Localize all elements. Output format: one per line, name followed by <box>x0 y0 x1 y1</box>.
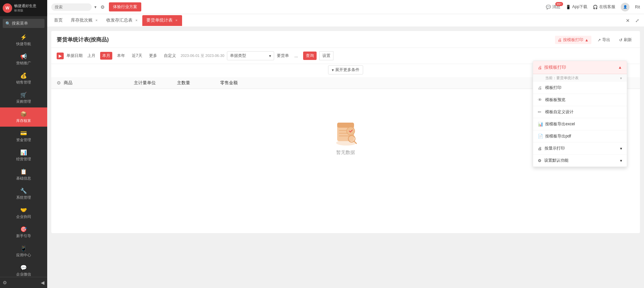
sidebar-item-guide[interactable]: 🎯 新手引导 <box>0 223 47 242</box>
header-settings-button[interactable]: ⚙ <box>99 3 106 11</box>
date-btn-more[interactable]: 更多 <box>147 52 159 60</box>
sidebar-footer: ⚙ ◀ <box>0 277 47 288</box>
print-template-arrow-up: ▲ <box>585 38 589 42</box>
tab-order-stats[interactable]: 要货单统计表 × <box>142 15 182 26</box>
online-service-item[interactable]: 🎧 在线客服 <box>593 4 615 10</box>
tab-order-stats-close[interactable]: × <box>175 18 178 22</box>
tab-collection-summary-close[interactable]: × <box>135 18 138 22</box>
sidebar-item-label: 经营管理 <box>16 157 31 162</box>
sidebar-item-label: 系统管理 <box>16 195 31 200</box>
window-buttons: ✕ ⤢ <box>624 17 641 24</box>
sidebar-item-system[interactable]: 🔧 系统管理 <box>0 184 47 203</box>
col-header-goods: 商品 <box>64 80 131 86</box>
search-icon: 🔍 <box>5 21 10 26</box>
dropdown-display-print[interactable]: 🖨 按显示打印 ▾ <box>533 142 627 155</box>
tab-inventory-batch[interactable]: 库存批次账 × <box>67 15 102 26</box>
sidebar-item-quick-nav[interactable]: ⚡ 快捷导航 <box>0 31 47 50</box>
date-btn-current-month[interactable]: 本月 <box>100 52 112 60</box>
export-button[interactable]: ↗ 导出 <box>595 36 613 44</box>
dropdown-collapse-button[interactable]: ▲ <box>618 65 622 70</box>
print-template-icon: 🖨 <box>558 38 562 42</box>
sidebar-item-marketing[interactable]: 📢 营销推广 <box>0 50 47 69</box>
expand-conditions-button[interactable]: ▾ 展开更多条件 <box>328 65 363 74</box>
sidebar-item-label: 库存核算 <box>16 118 31 123</box>
table-column-settings-button[interactable]: ⚙ <box>57 80 61 86</box>
dropdown-item-export-pdf[interactable]: 📄 按模板导出pdf <box>533 130 627 142</box>
search-menu-label: 搜索菜单 <box>12 21 28 26</box>
print-template-button[interactable]: 🖨 按模板打印 ▲ <box>555 36 591 44</box>
app-name: 畅捷通好生意 <box>14 3 36 8</box>
col-header-amount: 零售金额 <box>220 80 261 86</box>
sidebar-nav: ⚡ 快捷导航 📢 营销推广 💰 销售管理 🛒 采购管理 📦 库存核算 💳 资金管… <box>0 31 47 277</box>
trial-button[interactable]: 体验行业方案 <box>109 2 141 11</box>
app-center-icon: 📱 <box>20 245 27 252</box>
search-menu-button[interactable]: 🔍 搜索菜单 <box>3 19 45 28</box>
dropdown-item-export-excel[interactable]: 📊 按模板导出excel <box>533 118 627 130</box>
type-filter-select[interactable]: 单据类型 ▾ <box>227 51 274 60</box>
header-dropdown-button[interactable]: ▾ <box>94 5 96 9</box>
sidebar-collapse-button[interactable]: ◀ <box>41 280 45 285</box>
display-print-label: 按显示打印 <box>545 146 565 151</box>
settings-button[interactable]: 设置 <box>319 51 333 60</box>
refresh-label: 刷新 <box>624 37 632 43</box>
empty-illustration <box>329 116 362 150</box>
tab-bar: 首页 库存批次账 × 收发存汇总表 × 要货单统计表 × ✕ ⤢ <box>47 14 644 27</box>
sidebar-item-finance[interactable]: 💳 资金管理 <box>0 127 47 146</box>
set-default-icon: ⚙ <box>538 158 541 163</box>
svg-point-6 <box>347 127 355 135</box>
enterprise-icon: 🤝 <box>20 207 27 213</box>
window-close-button[interactable]: ✕ <box>624 17 632 24</box>
filter-toggle-button[interactable]: ▶ <box>57 53 64 59</box>
sidebar: W 畅捷通好生意 标准版 🔍 搜索菜单 ⚡ 快捷导航 📢 营销推广 💰 销售管理… <box>0 0 47 288</box>
sidebar-settings-button[interactable]: ⚙ <box>3 280 7 285</box>
date-filter-label: 单据日期 <box>66 53 83 59</box>
sidebar-item-enterprise[interactable]: 🤝 企业协同 <box>0 203 47 223</box>
refresh-button[interactable]: ↺ 刷新 <box>616 36 635 44</box>
notification-item[interactable]: 💬 消息 99+ <box>546 4 560 10</box>
tab-home[interactable]: 首页 <box>50 15 67 26</box>
dropdown-item-template-custom[interactable]: ✏ 模板自定义设计 <box>533 106 627 118</box>
date-btn-custom[interactable]: 自定义 <box>162 52 178 60</box>
display-print-arrow: ▾ <box>620 146 622 151</box>
user-avatar[interactable]: 👤 <box>621 3 630 11</box>
sidebar-item-app-center[interactable]: 📱 应用中心 <box>0 242 47 261</box>
tab-collection-summary[interactable]: 收发存汇总表 × <box>102 15 142 26</box>
sidebar-item-inventory[interactable]: 📦 库存核算 <box>0 107 47 127</box>
sidebar-search-area[interactable]: 🔍 搜索菜单 <box>0 16 47 31</box>
expand-icon: ▾ <box>332 68 334 72</box>
dropdown-set-default[interactable]: ⚙ 设置默认功能 ▾ <box>533 155 627 167</box>
tab-inventory-batch-close[interactable]: × <box>95 18 98 22</box>
app-download-icon: 📱 <box>566 5 571 9</box>
purchase-icon: 🛒 <box>20 92 27 98</box>
sidebar-item-basic[interactable]: 📋 基础信息 <box>0 165 47 184</box>
date-range-display: 2023-06-01 至 2023-06-30 <box>181 53 225 58</box>
dropdown-item-template-print[interactable]: 🖨 模板打印 <box>533 82 627 94</box>
username-item[interactable]: Rit <box>635 5 640 9</box>
sidebar-item-purchase[interactable]: 🛒 采购管理 <box>0 88 47 107</box>
dropdown-item-template-preview[interactable]: 👁 模板板预览 <box>533 94 627 106</box>
export-excel-label: 按模板导出excel <box>545 121 575 127</box>
date-btn-last-month[interactable]: 上月 <box>85 52 97 60</box>
col-header-quantity: 主数量 <box>177 80 217 86</box>
app-download-item[interactable]: 📱 App下载 <box>566 4 587 10</box>
query-button[interactable]: 查询 <box>303 52 317 60</box>
template-preview-label: 模板板预览 <box>545 97 565 103</box>
operation-icon: 📊 <box>20 149 27 156</box>
template-preview-icon: 👁 <box>538 97 542 102</box>
export-pdf-label: 按模板导出pdf <box>545 133 571 139</box>
date-btn-current-year[interactable]: 本年 <box>115 52 127 60</box>
notification-badge: 99+ <box>555 2 563 6</box>
sidebar-item-operation[interactable]: 📊 经营管理 <box>0 146 47 165</box>
app-name-block: 畅捷通好生意 标准版 <box>14 3 36 12</box>
user-avatar-img: 👤 <box>621 3 630 11</box>
date-btn-last-7-days[interactable]: 近7天 <box>130 52 144 60</box>
header-search-input[interactable] <box>51 3 92 11</box>
sidebar-item-label: 企业微信 <box>16 272 31 277</box>
sidebar-item-sales[interactable]: 💰 销售管理 <box>0 69 47 88</box>
more-options-button[interactable]: ... <box>292 52 300 60</box>
page-title: 要货单统计表(按商品) <box>57 36 109 43</box>
sidebar-item-enterprise-wechat[interactable]: 💬 企业微信 <box>0 261 47 277</box>
query-label: 查询 <box>306 53 314 59</box>
tab-inventory-batch-label: 库存批次账 <box>71 17 93 23</box>
window-maximize-button[interactable]: ⤢ <box>633 17 641 24</box>
